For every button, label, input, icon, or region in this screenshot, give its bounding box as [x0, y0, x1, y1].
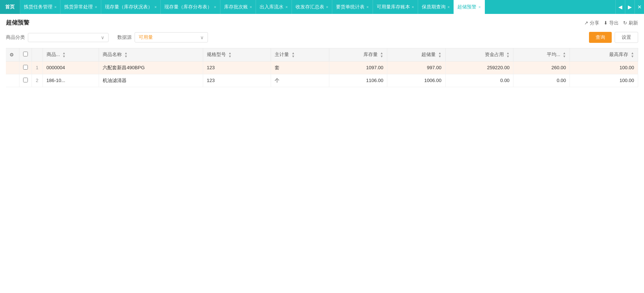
- row-product-code: 0000004: [43, 61, 99, 74]
- row-gear-cell: [6, 74, 19, 87]
- row-checkbox-cell[interactable]: [19, 74, 32, 87]
- query-button[interactable]: 查询: [589, 32, 612, 43]
- filter-actions: 查询 设置: [589, 32, 638, 43]
- nav-inventory-dist[interactable]: 现存量（库存分布表） ×: [161, 0, 220, 14]
- title-actions: ↗ 分享 ⬇ 导出 ↻ 刷新: [584, 20, 638, 26]
- nav-arrow-left[interactable]: ◀: [615, 0, 625, 14]
- table-header-row: ⚙ 商品... ▲▼ 商品名称 ▲▼ 规格型号 ▲▼ 主计: [6, 48, 638, 62]
- datasource-filter: 数据源 可用量 ∨: [117, 32, 208, 42]
- row-product-name: 机油滤清器: [99, 74, 203, 87]
- settings-button[interactable]: 设置: [615, 32, 638, 43]
- close-icon[interactable]: ×: [447, 5, 450, 9]
- column-max-stock[interactable]: 最高库存 ▲▼: [570, 48, 638, 62]
- row-avg: 0.00: [513, 74, 570, 87]
- column-overstock[interactable]: 超储量 ▲▼: [387, 48, 445, 62]
- sort-icon: ▲▼: [506, 52, 509, 58]
- table-row: 1 0000004 六配套新昌490BPG 123 套 1097.00 997.…: [6, 61, 638, 74]
- nav-home[interactable]: 首页: [0, 0, 20, 14]
- column-product-code[interactable]: 商品... ▲▼: [43, 48, 99, 62]
- nav-inventory-status[interactable]: 现存量（库存状况表） ×: [101, 0, 161, 14]
- row-number: 2: [32, 74, 43, 87]
- close-icon[interactable]: ×: [214, 5, 216, 9]
- data-table: ⚙ 商品... ▲▼ 商品名称 ▲▼ 规格型号 ▲▼ 主计: [6, 48, 638, 87]
- close-icon[interactable]: ×: [366, 5, 369, 9]
- nav-order-stats[interactable]: 要货单统计表 ×: [332, 0, 373, 14]
- row-checkbox[interactable]: [23, 78, 28, 82]
- close-icon[interactable]: ×: [478, 5, 480, 9]
- close-icon[interactable]: ×: [54, 5, 56, 9]
- nav-flow[interactable]: 出入库流水 ×: [256, 0, 292, 14]
- page-title-row: 超储预警 ↗ 分享 ⬇ 导出 ↻ 刷新: [6, 19, 638, 27]
- select-all-checkbox[interactable]: [23, 52, 28, 56]
- row-unit: 套: [271, 61, 329, 74]
- nav-arrow-close[interactable]: ✕: [634, 0, 644, 14]
- row-overstock: 1006.00: [387, 74, 445, 87]
- category-filter: 商品分类 ∨: [6, 33, 109, 42]
- datasource-select[interactable]: 可用量 ∨: [135, 32, 208, 42]
- column-capital[interactable]: 资金占用 ▲▼: [445, 48, 513, 62]
- sort-icon: ▲▼: [563, 52, 566, 58]
- row-product-code: 186-10...: [43, 74, 99, 87]
- close-icon[interactable]: ×: [154, 5, 157, 9]
- datasource-value: 可用量: [139, 34, 153, 41]
- row-gear-cell: [6, 61, 19, 74]
- sort-icon: ▲▼: [292, 52, 295, 58]
- row-checkbox-cell[interactable]: [19, 61, 32, 74]
- column-stock[interactable]: 库存量 ▲▼: [329, 48, 387, 62]
- nav-task-mgmt[interactable]: 拣货任务管理 ×: [20, 0, 61, 14]
- sort-icon: ▲▼: [228, 52, 231, 58]
- row-stock: 1097.00: [329, 61, 387, 74]
- page-content: 超储预警 ↗ 分享 ⬇ 导出 ↻ 刷新 商品分类 ∨ 数据源: [0, 14, 644, 92]
- close-icon[interactable]: ×: [250, 5, 252, 9]
- category-select[interactable]: ∨: [28, 33, 109, 42]
- chevron-down-icon: ∨: [200, 35, 204, 40]
- filter-row: 商品分类 ∨ 数据源 可用量 ∨ 查询 设置: [6, 32, 638, 43]
- chevron-down-icon: ∨: [101, 35, 105, 40]
- close-icon[interactable]: ×: [326, 5, 328, 9]
- export-button[interactable]: ⬇ 导出: [604, 20, 619, 26]
- refresh-icon: ↻: [623, 20, 627, 26]
- nav-available-ledger[interactable]: 可用量库存账本 ×: [373, 0, 418, 14]
- row-max-stock: 100.00: [570, 61, 638, 74]
- sort-icon: ▲▼: [438, 52, 442, 58]
- close-icon[interactable]: ×: [412, 5, 414, 9]
- nav-exception[interactable]: 拣货异常处理 ×: [61, 0, 101, 14]
- row-overstock: 997.00: [387, 61, 445, 74]
- row-checkbox[interactable]: [23, 65, 28, 70]
- top-navigation: 首页 拣货任务管理 × 拣货异常处理 × 现存量（库存状况表） × 现存量（库存…: [0, 0, 644, 14]
- share-icon: ↗: [584, 20, 588, 26]
- table-row: 2 186-10... 机油滤清器 123 个 1106.00 1006.00 …: [6, 74, 638, 87]
- nav-expiry[interactable]: 保质期查询 ×: [418, 0, 454, 14]
- page-title: 超储预警: [6, 19, 29, 27]
- close-icon[interactable]: ×: [285, 5, 288, 9]
- sort-icon: ▲▼: [631, 52, 634, 58]
- column-product-name[interactable]: 商品名称 ▲▼: [99, 48, 203, 62]
- category-label: 商品分类: [6, 34, 25, 41]
- row-stock: 1106.00: [329, 74, 387, 87]
- row-spec: 123: [203, 61, 271, 74]
- column-avg[interactable]: 平均... ▲▼: [513, 48, 570, 62]
- row-avg: 260.00: [513, 61, 570, 74]
- export-icon: ⬇: [604, 20, 608, 26]
- share-button[interactable]: ↗ 分享: [584, 20, 599, 26]
- nav-batch-account[interactable]: 库存批次账 ×: [220, 0, 256, 14]
- row-product-name: 六配套新昌490BPG: [99, 61, 203, 74]
- nav-arrow-right[interactable]: ▶: [625, 0, 634, 14]
- row-capital: 259220.00: [445, 61, 513, 74]
- datasource-label: 数据源: [117, 34, 132, 41]
- row-unit: 个: [271, 74, 329, 87]
- sort-icon: ▲▼: [62, 52, 66, 58]
- sort-icon: ▲▼: [380, 52, 383, 58]
- column-spec[interactable]: 规格型号 ▲▼: [203, 48, 271, 62]
- sort-icon: ▲▼: [124, 52, 128, 58]
- row-capital: 0.00: [445, 74, 513, 87]
- column-row-num: [32, 48, 43, 62]
- nav-arrows: ◀ ▶ ✕: [615, 0, 644, 14]
- nav-summary[interactable]: 收发存汇总表 ×: [292, 0, 332, 14]
- nav-overstock[interactable]: 超储预警 ×: [454, 0, 484, 14]
- row-max-stock: 100.00: [570, 74, 638, 87]
- column-gear[interactable]: ⚙: [6, 48, 19, 62]
- close-icon[interactable]: ×: [95, 5, 97, 9]
- column-unit[interactable]: 主计量 ▲▼: [271, 48, 329, 62]
- refresh-button[interactable]: ↻ 刷新: [623, 20, 638, 26]
